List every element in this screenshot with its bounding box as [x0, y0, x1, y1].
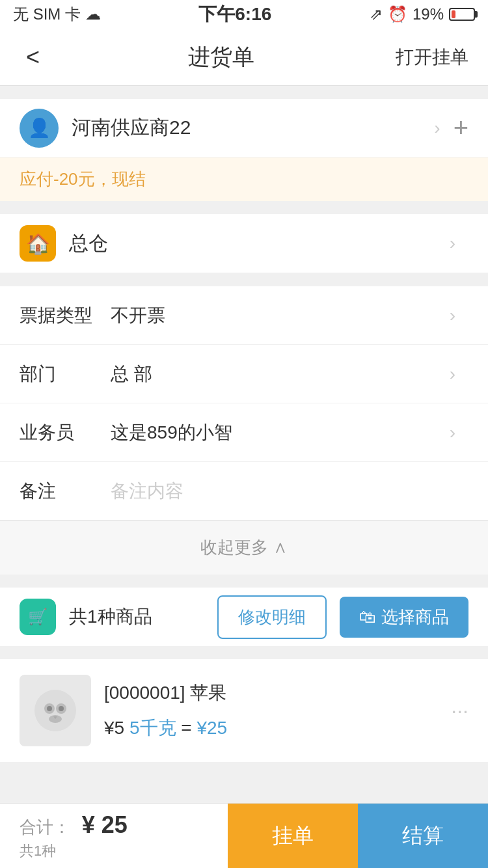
svg-point-3 [47, 706, 52, 711]
agent-value: 这是859的小智 [111, 420, 450, 445]
product-total: ¥25 [197, 718, 227, 738]
product-more-button[interactable]: ··· [451, 699, 468, 723]
products-icon: 🛒 [20, 599, 56, 635]
equals-sign: = [181, 718, 197, 738]
hang-button[interactable]: 挂单 [228, 804, 358, 869]
dept-label: 部门 [20, 362, 111, 387]
dept-arrow-icon: › [450, 364, 455, 385]
select-goods-button[interactable]: 🛍 选择商品 [340, 597, 468, 638]
remark-label: 备注 [20, 479, 111, 504]
product-title: 苹果 [190, 683, 226, 703]
battery-text: 19% [413, 5, 444, 23]
avatar-icon: 👤 [28, 117, 51, 139]
product-info: [0000001] 苹果 ¥5 5千克 = ¥25 [104, 681, 438, 740]
invoice-arrow-icon: › [450, 305, 455, 326]
gap-3 [0, 273, 488, 286]
edit-details-button[interactable]: 修改明细 [217, 595, 327, 639]
warehouse-symbol: 🏠 [26, 232, 50, 255]
total-count: 共1种 [20, 841, 208, 861]
owl-icon [33, 688, 78, 733]
warehouse-icon: 🏠 [20, 225, 56, 262]
product-item: [0000001] 苹果 ¥5 5千克 = ¥25 ··· [0, 659, 488, 762]
sim-status: 无 SIM 卡 ☁ [13, 4, 101, 25]
dept-value: 总 部 [111, 362, 450, 387]
remark-row[interactable]: 备注 备注内容 [0, 461, 488, 520]
gap-4 [0, 575, 488, 588]
supplier-section: 👤 河南供应商22 › + 应付-20元，现结 [0, 99, 488, 201]
remark-placeholder: 备注内容 [111, 479, 468, 504]
invoice-row[interactable]: 票据类型 不开票 › [0, 286, 488, 344]
product-thumb-placeholder [27, 682, 84, 739]
supplier-avatar: 👤 [20, 109, 59, 148]
agent-label: 业务员 [20, 420, 111, 445]
product-qty: 5千克 [129, 718, 176, 738]
total-amount: ¥ 25 [82, 811, 128, 838]
open-pending-button[interactable]: 打开挂单 [396, 45, 468, 70]
unit-price: ¥5 [104, 718, 124, 738]
back-button[interactable]: < [20, 37, 46, 77]
svg-point-4 [59, 706, 64, 711]
products-header: 🛒 共1种商品 修改明细 🛍 选择商品 [0, 588, 488, 646]
notice-bar: 应付-20元，现结 [0, 157, 488, 201]
status-left: 无 SIM 卡 ☁ [13, 4, 101, 25]
invoice-label: 票据类型 [20, 303, 111, 328]
add-supplier-button[interactable]: + [454, 113, 468, 142]
supplier-arrow-icon: › [434, 118, 440, 139]
warehouse-name: 总仓 [69, 230, 450, 257]
gap-2 [0, 201, 488, 214]
warehouse-section[interactable]: 🏠 总仓 › [0, 214, 488, 273]
location-icon: ⇗ [370, 5, 383, 23]
nav-bar: < 进货单 打开挂单 [0, 29, 488, 86]
agent-row[interactable]: 业务员 这是859的小智 › [0, 403, 488, 461]
status-bar: 无 SIM 卡 ☁ 下午6:16 ⇗ ⏰ 19% [0, 0, 488, 29]
invoice-value: 不开票 [111, 303, 450, 328]
warehouse-row[interactable]: 🏠 总仓 › [0, 214, 488, 273]
supplier-row[interactable]: 👤 河南供应商22 › + [0, 99, 488, 157]
page-title: 进货单 [188, 42, 254, 72]
supplier-name: 河南供应商22 [72, 115, 434, 141]
select-goods-label: 选择商品 [381, 606, 449, 629]
gap-1 [0, 86, 488, 99]
battery-icon [449, 8, 475, 21]
total-section: 合计： ¥ 25 共1种 [0, 811, 228, 861]
cart-icon: 🛒 [28, 608, 47, 626]
dept-row[interactable]: 部门 总 部 › [0, 344, 488, 403]
collapse-bar[interactable]: 收起更多 ∧ [0, 520, 488, 575]
total-label: 合计： [20, 817, 70, 837]
product-code: [0000001] [104, 683, 185, 703]
warehouse-arrow-icon: › [450, 233, 455, 254]
bottom-bar: 合计： ¥ 25 共1种 挂单 结算 [0, 803, 488, 868]
product-price: ¥5 5千克 = ¥25 [104, 716, 438, 740]
status-time: 下午6:16 [198, 2, 271, 27]
product-thumbnail [20, 675, 91, 746]
checkout-button[interactable]: 结算 [358, 804, 488, 869]
form-section: 票据类型 不开票 › 部门 总 部 › 业务员 这是859的小智 › 备注 备注… [0, 286, 488, 520]
select-goods-icon: 🛍 [359, 607, 376, 627]
product-name: [0000001] 苹果 [104, 681, 438, 705]
status-right: ⇗ ⏰ 19% [370, 5, 475, 23]
svg-point-0 [34, 690, 76, 731]
agent-arrow-icon: › [450, 422, 455, 443]
products-count: 共1种商品 [69, 604, 204, 629]
alarm-icon: ⏰ [388, 5, 407, 23]
